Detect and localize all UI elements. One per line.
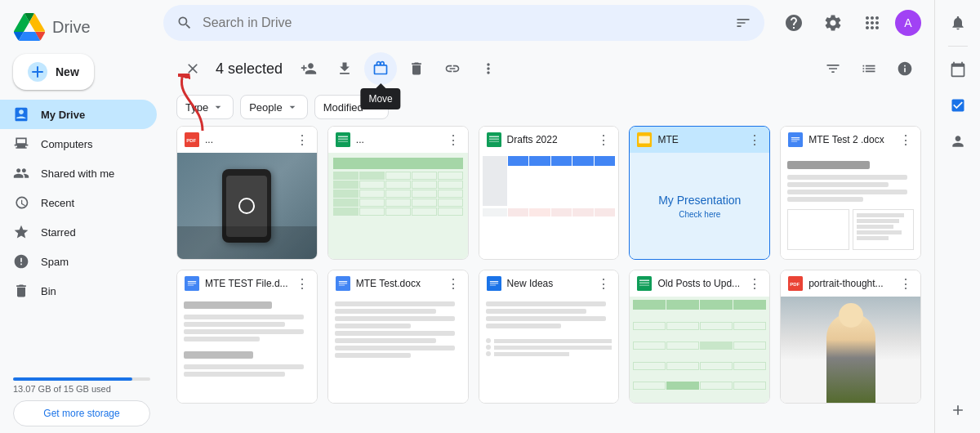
file-card-2[interactable]: ... ⋮ <box>327 126 469 260</box>
file-card-4[interactable]: MTE ⋮ My Presentation Check here <box>629 126 770 260</box>
pdf-icon-1: PDF <box>184 132 200 148</box>
more-button[interactable] <box>472 52 505 85</box>
file-thumb-1 <box>177 153 317 259</box>
list-view-button[interactable] <box>853 52 885 85</box>
svg-rect-13 <box>639 136 651 144</box>
sidebar-item-my-drive[interactable]: My Drive <box>0 100 157 129</box>
apps-button[interactable] <box>856 7 889 39</box>
docs-icon-8 <box>486 275 502 292</box>
file-menu-1[interactable]: ⋮ <box>294 132 310 148</box>
file-card-1[interactable]: PDF ... ⋮ <box>176 126 318 260</box>
sidebar-item-spam[interactable]: Spam <box>0 247 157 276</box>
storage-text: 13.07 GB of 15 GB used <box>13 384 150 394</box>
file-menu-8[interactable]: ⋮ <box>595 275 612 292</box>
avatar[interactable]: A <box>895 10 921 36</box>
sidebar-item-computers[interactable]: Computers <box>0 129 157 158</box>
link-icon <box>444 60 461 77</box>
svg-rect-10 <box>489 139 499 141</box>
file-card-6[interactable]: MTE TEST File.d... ⋮ <box>176 270 318 404</box>
get-more-storage-button[interactable]: Get more storage <box>13 400 150 426</box>
file-name-9: Old Posts to Upd... <box>657 278 742 289</box>
file-card-10[interactable]: PDF portrait-thought... ⋮ <box>780 270 921 404</box>
move-button[interactable] <box>364 52 397 85</box>
filter-modified[interactable]: Modified <box>314 95 389 119</box>
help-icon <box>784 13 804 33</box>
file-card-8[interactable]: New Ideas ⋮ <box>479 270 620 404</box>
chevron-down-icon-3 <box>367 100 380 114</box>
move-button-container: Move <box>364 52 397 85</box>
sidebar-label-computers: Computers <box>41 138 93 150</box>
storage-bar-bg <box>13 377 150 381</box>
new-button[interactable]: New <box>13 54 94 90</box>
svg-rect-28 <box>489 283 498 283</box>
sidebar-label-recent: Recent <box>41 197 74 209</box>
file-card-7[interactable]: MTE Test.docx ⋮ <box>327 270 469 404</box>
svg-rect-16 <box>791 139 800 140</box>
file-menu-9[interactable]: ⋮ <box>746 275 763 292</box>
settings-button[interactable] <box>817 7 849 39</box>
download-icon <box>336 60 353 77</box>
link-button[interactable] <box>436 52 469 85</box>
file-menu-7[interactable]: ⋮ <box>445 275 461 292</box>
sidebar-label-starred: Starred <box>41 226 76 239</box>
svg-rect-21 <box>188 285 194 286</box>
file-card-5[interactable]: MTE Test 2 .docx ⋮ <box>780 126 921 260</box>
file-name-6: MTE TEST File.d... <box>205 278 289 289</box>
filter-search-icon[interactable] <box>735 15 751 31</box>
file-card-9[interactable]: Old Posts to Upd... ⋮ <box>629 270 770 404</box>
sheets-icon-2 <box>335 132 351 148</box>
sidebar-item-bin[interactable]: Bin <box>0 276 157 306</box>
logo-area: Drive <box>0 7 163 54</box>
file-menu-4[interactable]: ⋮ <box>746 132 763 148</box>
delete-button[interactable] <box>400 52 433 85</box>
list-view-icon <box>861 60 877 77</box>
file-menu-5[interactable]: ⋮ <box>898 132 914 148</box>
svg-rect-24 <box>339 283 348 283</box>
svg-rect-29 <box>489 285 496 286</box>
svg-rect-6 <box>338 139 348 141</box>
notification-button[interactable] <box>942 7 974 39</box>
file-name-4: MTE <box>657 134 742 145</box>
plus-icon <box>28 62 47 82</box>
search-bar[interactable] <box>163 5 764 41</box>
add-person-button[interactable] <box>292 52 325 85</box>
tasks-button[interactable] <box>942 89 974 122</box>
contacts-button[interactable] <box>942 125 974 158</box>
file-menu-6[interactable]: ⋮ <box>294 275 310 292</box>
info-button[interactable] <box>889 52 921 85</box>
sheets-icon-9 <box>636 275 653 292</box>
notification-icon <box>950 15 966 31</box>
svg-rect-33 <box>639 285 649 287</box>
sidebar-item-recent[interactable]: Recent <box>0 188 157 217</box>
file-menu-10[interactable]: ⋮ <box>898 275 914 292</box>
svg-rect-7 <box>338 141 348 143</box>
download-button[interactable] <box>328 52 361 85</box>
docs-icon-7 <box>335 275 351 292</box>
add-apps-button[interactable] <box>942 394 974 426</box>
file-menu-3[interactable]: ⋮ <box>595 132 612 148</box>
sidebar: Drive New My Drive Computers Sh <box>0 0 163 433</box>
right-panel <box>934 0 980 433</box>
chevron-down-icon <box>212 100 225 114</box>
filter-type[interactable]: Type <box>176 95 234 119</box>
file-name-10: portrait-thought... <box>808 278 893 289</box>
info-icon <box>897 60 913 77</box>
calendar-button[interactable] <box>942 53 974 86</box>
help-button[interactable] <box>777 7 810 39</box>
svg-rect-27 <box>489 281 498 282</box>
deselect-button[interactable] <box>176 52 209 85</box>
chevron-down-icon-2 <box>286 100 299 114</box>
sidebar-item-shared[interactable]: Shared with me <box>0 158 157 188</box>
filter-people[interactable]: People <box>240 95 307 119</box>
file-thumb-8 <box>479 297 619 403</box>
sidebar-nav: My Drive Computers Shared with me Recent <box>0 100 163 361</box>
file-menu-2[interactable]: ⋮ <box>445 132 461 148</box>
file-thumb-6 <box>177 297 317 403</box>
star-icon <box>13 224 29 240</box>
settings-icon <box>823 13 843 33</box>
search-input[interactable] <box>203 16 725 30</box>
sidebar-item-starred[interactable]: Starred <box>0 217 157 247</box>
sort-button[interactable] <box>817 52 849 85</box>
file-card-3[interactable]: Drafts 2022 ⋮ <box>479 126 620 260</box>
svg-rect-31 <box>639 280 649 282</box>
